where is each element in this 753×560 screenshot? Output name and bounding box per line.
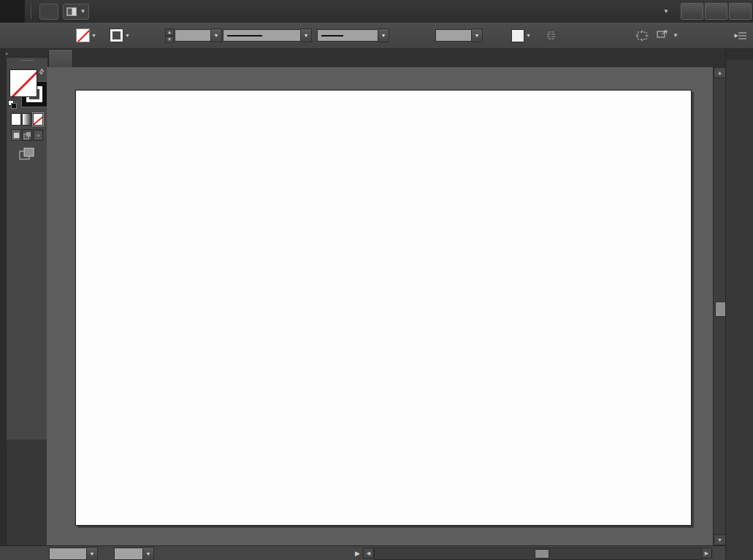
scroll-down-icon[interactable]: ▼ [714,534,726,545]
draw-behind-icon[interactable] [22,129,32,141]
fill-indicator-none[interactable] [9,69,37,97]
stroke-swatch[interactable] [110,28,123,42]
workspace-switcher[interactable]: ▼ [660,8,669,15]
scroll-up-icon[interactable]: ▲ [714,67,726,78]
scroll-right-icon[interactable]: ▶ [701,548,712,559]
fill-stroke-indicator: ⇄ [7,68,47,112]
brush-definition-dropdown[interactable]: ▼ [378,28,389,42]
panel-options-icon[interactable] [734,23,747,48]
status-bar: ▼ ▼ ▶ ◀ ▶ [0,545,753,560]
none-button[interactable] [33,113,43,126]
isolate-selection-icon[interactable] [656,28,669,42]
toolbox-panel: '''''''' ⇄ [6,57,48,441]
app-logo[interactable] [0,0,25,23]
screen-mode-button[interactable] [7,143,47,161]
control-bar: ▼ ▼ ▲▼ ▼ ▼ ▼ ▼ ▼ [0,23,753,49]
divider [31,4,31,19]
zoom-dropdown[interactable]: ▼ [87,547,98,560]
document-tab[interactable] [48,49,73,68]
left-edge-strip [0,48,6,560]
bounding-box-icon[interactable] [635,23,649,48]
menu-bar: ▼ ▼ [0,0,753,23]
draw-inside-icon[interactable] [33,129,43,141]
toolbox-grip[interactable]: '''''''' [7,58,47,65]
maximize-button[interactable] [705,3,727,20]
artboard-number-field[interactable] [114,548,143,560]
toolbox-empty-area [6,440,47,545]
opacity-field[interactable] [435,29,472,42]
chevron-down-icon[interactable]: ▼ [90,29,98,42]
vertical-scrollbar[interactable]: ▲ ▼ [713,67,726,545]
default-fill-stroke-icon[interactable] [8,100,17,109]
vertical-scroll-thumb[interactable] [715,302,726,317]
swap-fill-stroke-icon[interactable]: ⇄ [37,67,46,76]
chevron-down-icon[interactable]: ▼ [123,29,131,42]
scroll-left-icon[interactable]: ◀ [363,548,374,559]
width-profile-dropdown[interactable]: ▼ [301,28,312,42]
document-setup-icon[interactable] [545,23,557,48]
chevron-down-icon[interactable]: ▼ [524,29,532,42]
stroke-weight-field[interactable] [175,29,211,42]
minimize-button[interactable] [681,3,703,20]
document-tab-bar: ▸▸ [0,48,753,68]
brush-definition-select[interactable] [317,29,378,42]
color-mode-buttons [7,112,47,127]
artboard-dropdown[interactable]: ▼ [143,547,154,560]
close-button[interactable] [729,3,752,20]
color-button[interactable] [11,113,21,126]
drawing-mode-buttons [7,127,47,143]
gradient-button[interactable] [22,113,32,126]
chevron-down-icon: ▼ [663,8,669,15]
arrange-documents-icon[interactable]: ▼ [63,4,89,20]
width-profile-select[interactable] [223,29,301,42]
fill-swatch-none[interactable] [76,28,90,42]
horizontal-scrollbar[interactable] [374,548,703,560]
opacity-dropdown[interactable]: ▼ [472,28,483,42]
zoom-field[interactable] [49,548,87,560]
stroke-weight-dropdown[interactable]: ▼ [211,28,222,42]
bridge-icon[interactable] [39,4,58,20]
right-panel-dock [725,48,753,560]
chevron-down-icon[interactable]: ▼ [673,32,679,39]
style-swatch[interactable] [511,29,524,42]
rectangular-grid-object[interactable] [47,67,713,545]
stroke-weight-stepper[interactable]: ▲▼ [165,28,174,43]
status-expand-icon[interactable]: ▶ [355,550,360,557]
draw-normal-icon[interactable] [11,129,21,141]
illustrator-window: ▼ ▼ ▼ ▼ ▲▼ ▼ ▼ [0,0,753,560]
document-viewport[interactable] [47,67,713,545]
horizontal-scroll-thumb[interactable] [535,549,549,559]
expand-panels-icon[interactable] [726,48,753,60]
